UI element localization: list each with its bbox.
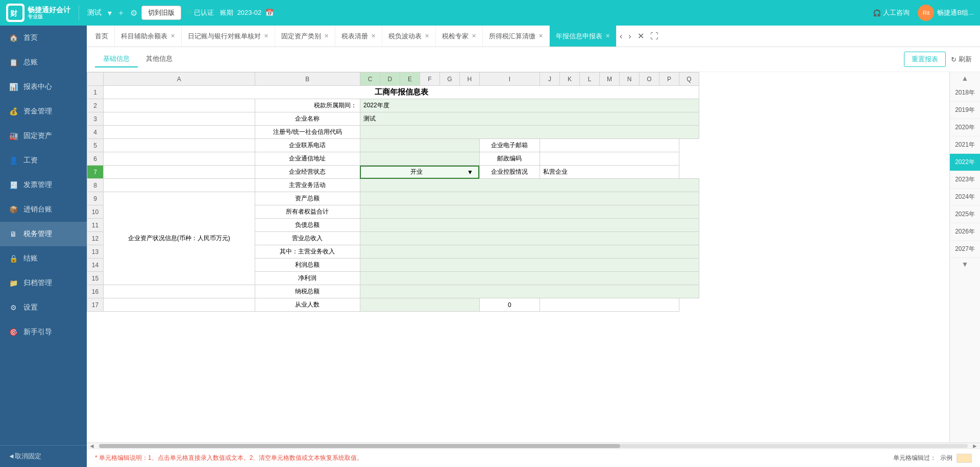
tab-expand-btn[interactable]: ⛶ (647, 32, 662, 41)
cell-15-B[interactable]: 净利润 (255, 272, 360, 285)
sub-tab-basic[interactable]: 基础信息 (95, 51, 138, 67)
cell-4-B[interactable]: 注册号/统一社会信用代码 (255, 126, 360, 139)
tab-tax-expert[interactable]: 税检专家 ✕ (436, 26, 483, 47)
sidebar-item-archive[interactable]: 📁 归档管理 (0, 271, 87, 295)
cell-5-K[interactable] (540, 139, 679, 152)
dropdown-btn[interactable]: ▾ (108, 8, 112, 18)
tab-fixed-asset-type[interactable]: 固定资产类别 ✕ (275, 26, 335, 47)
year-up-btn[interactable]: ▲ (962, 74, 969, 82)
cell-17-K[interactable] (540, 298, 679, 312)
cell-7-A[interactable] (104, 166, 255, 179)
year-item-2022[interactable]: 2022年 (950, 154, 980, 171)
year-item-2023[interactable]: 2023年 (950, 171, 980, 189)
cell-14-B[interactable]: 利润总额 (255, 259, 360, 272)
cell-13-B[interactable]: 其中：主营业务收入 (255, 245, 360, 259)
sidebar-item-payroll[interactable]: 👤 工资 (0, 148, 87, 173)
sidebar-item-purchases[interactable]: 📦 进销台账 (0, 197, 87, 222)
dropdown-arrow[interactable]: ▼ (467, 169, 473, 176)
tab-annual-report[interactable]: 年报信息申报表 ✕ (550, 26, 617, 47)
settings-btn[interactable]: ⚙ (130, 8, 137, 18)
cell-12-B[interactable]: 营业总收入 (255, 232, 360, 245)
user-info[interactable]: Rit 畅捷通B组... (918, 5, 974, 21)
sidebar-item-guide[interactable]: 🎯 新手引导 (0, 320, 87, 344)
cell-5-C[interactable] (360, 139, 479, 152)
cell-13-C[interactable] (360, 245, 699, 259)
cell-12-C[interactable] (360, 232, 699, 245)
tab-close-all-btn[interactable]: ✕ (634, 31, 647, 41)
cell-4-C[interactable] (360, 126, 699, 139)
h-scroll-track[interactable] (99, 444, 968, 448)
year-item-2025[interactable]: 2025年 (950, 206, 980, 223)
tab-income-tax-close[interactable]: ✕ (538, 33, 543, 39)
cell-7-B[interactable]: 企业经营状态 (255, 166, 360, 179)
sidebar-item-reports[interactable]: 📊 报表中心 (0, 75, 87, 99)
tab-tax-fluctuation[interactable]: 税负波动表 ✕ (382, 26, 436, 47)
sidebar-item-invoices[interactable]: 🧾 发票管理 (0, 173, 87, 197)
cell-7-J[interactable]: 企业控股情况 (479, 166, 540, 179)
tab-journal-bank[interactable]: 日记账与银行对账单核对 ✕ (182, 26, 275, 47)
cell-9-C[interactable] (360, 192, 699, 205)
cell-10-B[interactable]: 所有者权益合计 (255, 205, 360, 219)
cell-7-C-dropdown[interactable]: 开业 ▼ (360, 166, 479, 179)
cell-16-C[interactable] (360, 285, 699, 298)
tab-aux-balance-close[interactable]: ✕ (170, 33, 175, 39)
year-item-2020[interactable]: 2020年 (950, 119, 980, 136)
cell-9-A-merged[interactable]: 企业资产状况信息(币种：人民币万元) (104, 192, 255, 285)
tab-annual-report-close[interactable]: ✕ (605, 33, 610, 39)
tab-aux-balance[interactable]: 科目辅助余额表 ✕ (115, 26, 182, 47)
cell-17-A[interactable] (104, 298, 255, 312)
cell-3-C[interactable]: 测试 (360, 112, 699, 126)
sidebar-item-home[interactable]: 🏠 首页 (0, 26, 87, 50)
cell-11-B[interactable]: 负债总额 (255, 219, 360, 232)
refresh-btn[interactable]: ↻ 刷新 (951, 55, 972, 64)
add-tab-btn[interactable]: ＋ (117, 8, 125, 18)
cell-6-B[interactable]: 企业通信地址 (255, 152, 360, 166)
sidebar-item-fixed-assets[interactable]: 🏭 固定资产 (0, 124, 87, 148)
reset-btn[interactable]: 重置报表 (904, 52, 946, 67)
spreadsheet[interactable]: A B C D E F G H I J K L (87, 72, 949, 442)
tab-journal-bank-close[interactable]: ✕ (264, 33, 268, 39)
cell-6-A[interactable] (104, 152, 255, 166)
tab-tax-fluctuation-close[interactable]: ✕ (425, 33, 429, 39)
year-item-2027[interactable]: 2027年 (950, 241, 980, 258)
cell-16-A[interactable] (104, 285, 255, 298)
cell-5-B[interactable]: 企业联系电话 (255, 139, 360, 152)
tab-tax-clearance[interactable]: 税表清册 ✕ (335, 26, 382, 47)
cell-5-A[interactable] (104, 139, 255, 152)
unpin-btn[interactable]: ◄取消固定 (0, 446, 87, 467)
h-scroll-area[interactable]: ◄ ► (87, 442, 980, 449)
tab-next-btn[interactable]: › (625, 32, 634, 41)
tab-home[interactable]: 首页 (89, 26, 115, 47)
year-item-2018[interactable]: 2018年 (950, 84, 980, 102)
cell-15-C[interactable] (360, 272, 699, 285)
cell-8-A[interactable] (104, 179, 255, 192)
year-item-2026[interactable]: 2026年 (950, 223, 980, 241)
calendar-icon[interactable]: 📅 (265, 9, 274, 16)
h-scroll-thumb[interactable] (99, 444, 620, 448)
cell-8-B[interactable]: 主营业务活动 (255, 179, 360, 192)
cell-1-title[interactable]: 工商年报信息表 (104, 86, 699, 99)
year-item-2024[interactable]: 2024年 (950, 189, 980, 206)
cell-5-J[interactable]: 企业电子邮箱 (479, 139, 540, 152)
tab-tax-expert-close[interactable]: ✕ (472, 33, 476, 39)
cell-17-B[interactable]: 从业人数 (255, 298, 360, 312)
cell-11-C[interactable] (360, 219, 699, 232)
cell-8-C[interactable] (360, 179, 699, 192)
tab-tax-clearance-close[interactable]: ✕ (371, 33, 376, 39)
cell-10-C[interactable] (360, 205, 699, 219)
cell-4-A[interactable] (104, 126, 255, 139)
year-item-2019[interactable]: 2019年 (950, 102, 980, 119)
cell-2-A[interactable] (104, 99, 255, 112)
sidebar-item-ledger[interactable]: 📋 总账 (0, 50, 87, 75)
tab-income-tax[interactable]: 所得税汇算清缴 ✕ (483, 26, 550, 47)
sidebar-item-closing[interactable]: 🔒 结账 (0, 246, 87, 271)
cell-7-K[interactable]: 私营企业 (540, 166, 679, 179)
sidebar-item-tax[interactable]: 🖥 税务管理 (0, 222, 87, 246)
cell-6-C[interactable] (360, 152, 479, 166)
cell-6-K[interactable] (540, 152, 679, 166)
year-down-btn[interactable]: ▼ (962, 260, 969, 268)
cell-3-B[interactable]: 企业名称 (255, 112, 360, 126)
sidebar-item-settings[interactable]: ⚙ 设置 (0, 295, 87, 320)
cell-3-A[interactable] (104, 112, 255, 126)
cell-16-B[interactable]: 纳税总额 (255, 285, 360, 298)
